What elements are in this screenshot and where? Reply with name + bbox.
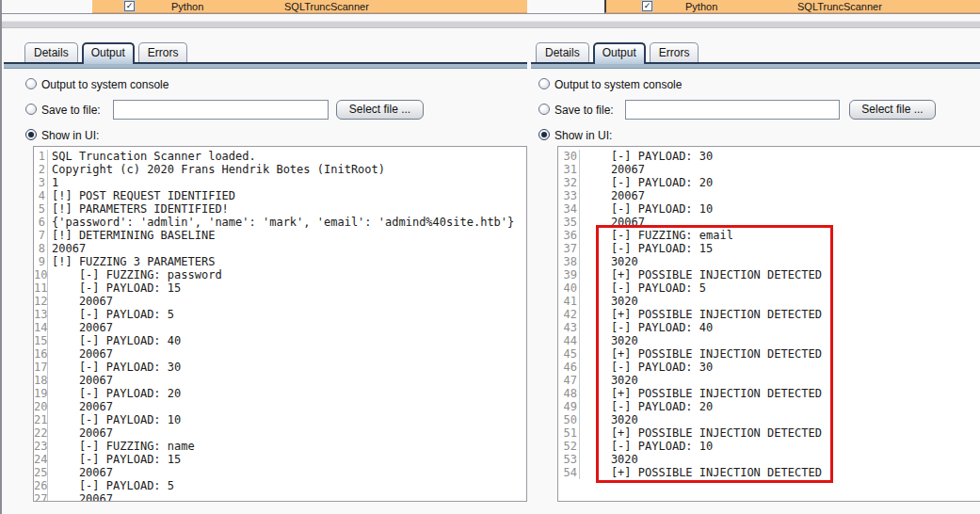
line-number: 51 xyxy=(558,426,580,440)
tab-details[interactable]: Details xyxy=(24,42,78,62)
console-line: 10 [-] FUZZING: password xyxy=(34,268,526,281)
radio-show-in-ui-label: Show in UI: xyxy=(41,129,99,142)
radio-show-in-ui[interactable] xyxy=(25,129,37,140)
line-number: 27 xyxy=(34,492,48,502)
console-line: 13 [-] PAYLOAD: 5 xyxy=(34,308,526,321)
line-number: 24 xyxy=(34,453,48,466)
line-number: 15 xyxy=(34,334,48,347)
line-number: 44 xyxy=(558,334,580,347)
console-line: 9[!] FUZZING 3 PARAMETERS xyxy=(34,255,526,268)
horizontal-splitter[interactable] xyxy=(2,21,980,28)
extension-name-cell: SQLTruncScanner xyxy=(284,1,369,12)
line-number: 36 xyxy=(558,229,580,242)
line-text: 20067 xyxy=(52,347,113,361)
console-line: 14 20067 xyxy=(34,321,526,334)
line-number: 46 xyxy=(558,361,580,374)
line-text: 20067 xyxy=(52,400,113,413)
console-line: 22 20067 xyxy=(34,426,526,440)
radio-save-to-file-label: Save to file: xyxy=(41,104,101,117)
console-line: 33 20067 xyxy=(558,189,980,202)
line-number: 34 xyxy=(558,202,580,216)
line-text: [-] PAYLOAD: 15 xyxy=(52,453,181,466)
line-number: 42 xyxy=(558,308,580,321)
output-console[interactable]: 30 [-] PAYLOAD: 3031 2006732 [-] PAYLOAD… xyxy=(557,146,980,502)
console-line: 6{'password': 'admlin', 'name': 'mark', … xyxy=(34,216,526,229)
line-number: 41 xyxy=(558,295,580,308)
line-text: 20067 xyxy=(52,242,86,255)
right-tab-bar: Details Output Errors xyxy=(536,42,699,64)
tab-details[interactable]: Details xyxy=(536,42,589,62)
extension-name-cell: SQLTruncScanner xyxy=(797,1,882,12)
tab-errors[interactable]: Errors xyxy=(650,42,699,62)
select-file-button[interactable]: Select file ... xyxy=(336,100,424,120)
extension-type-cell: Python xyxy=(685,1,717,12)
line-text: [-] PAYLOAD: 5 xyxy=(52,308,174,321)
line-text: 1 xyxy=(52,176,58,189)
table-bottom-border xyxy=(2,13,980,14)
save-file-path-input[interactable] xyxy=(625,100,840,120)
console-line: 1SQL Truncation Scanner loaded. xyxy=(34,150,526,163)
line-number: 3 xyxy=(34,176,48,189)
line-number: 52 xyxy=(558,440,580,453)
console-line: 18 20067 xyxy=(34,374,526,387)
line-text: 20067 xyxy=(584,189,645,202)
line-number: 5 xyxy=(34,202,48,216)
line-number: 8 xyxy=(34,242,48,255)
extension-row[interactable]: ✓ Python SQLTruncScanner xyxy=(92,0,527,13)
console-line: 5[!] PARAMETERS IDENTIFIED! xyxy=(34,202,526,216)
save-file-path-input[interactable] xyxy=(113,100,329,120)
line-number: 48 xyxy=(558,387,580,400)
line-number: 32 xyxy=(558,176,580,189)
console-line: 4[!] POST REQUEST IDENTIFIED xyxy=(34,189,526,202)
console-line: 34 [-] PAYLOAD: 10 xyxy=(558,202,980,216)
line-number: 1 xyxy=(34,150,48,163)
output-console[interactable]: 1SQL Truncation Scanner loaded.2Copyrigh… xyxy=(33,146,527,502)
console-line: 27 20067 xyxy=(34,492,526,502)
console-line: 25 20067 xyxy=(34,466,526,479)
left-tab-bar: Details Output Errors xyxy=(24,42,187,64)
line-number: 49 xyxy=(558,400,580,413)
line-number: 25 xyxy=(34,466,48,479)
radio-output-to-console[interactable] xyxy=(538,78,550,89)
line-text: [-] FUZZING: password xyxy=(52,268,222,281)
line-number: 35 xyxy=(558,216,580,229)
line-number: 23 xyxy=(34,440,48,453)
extension-enabled-checkbox[interactable]: ✓ xyxy=(124,1,135,11)
line-number: 37 xyxy=(558,242,580,255)
line-number: 13 xyxy=(34,308,48,321)
radio-save-to-file[interactable] xyxy=(25,104,37,115)
line-number: 26 xyxy=(34,479,48,492)
tab-errors[interactable]: Errors xyxy=(138,42,188,62)
line-number: 12 xyxy=(34,295,48,308)
line-text: [-] PAYLOAD: 40 xyxy=(52,334,181,347)
line-number: 7 xyxy=(34,229,48,242)
extension-enabled-checkbox[interactable]: ✓ xyxy=(642,1,652,11)
line-text: [!] PARAMETERS IDENTIFIED! xyxy=(52,202,229,216)
line-number: 9 xyxy=(34,255,48,268)
line-number: 14 xyxy=(34,321,48,334)
tab-output[interactable]: Output xyxy=(593,42,646,64)
line-number: 20 xyxy=(34,400,48,413)
extension-row[interactable]: ✓ Python SQLTruncScanner xyxy=(604,0,980,13)
radio-save-to-file[interactable] xyxy=(538,104,550,115)
line-number: 18 xyxy=(34,374,48,387)
line-number: 50 xyxy=(558,413,580,426)
line-number: 31 xyxy=(558,163,580,176)
line-text: [-] PAYLOAD: 20 xyxy=(52,387,181,400)
select-file-button[interactable]: Select file ... xyxy=(849,100,936,120)
line-number: 22 xyxy=(34,426,48,440)
line-number: 45 xyxy=(558,347,580,361)
radio-show-in-ui[interactable] xyxy=(538,129,550,140)
line-number: 4 xyxy=(34,189,48,202)
console-line: 31 xyxy=(34,176,526,189)
tab-output[interactable]: Output xyxy=(82,42,135,64)
console-line: 820067 xyxy=(34,242,526,255)
line-text: [!] FUZZING 3 PARAMETERS xyxy=(52,255,215,268)
line-number: 6 xyxy=(34,216,48,229)
radio-output-to-console[interactable] xyxy=(25,78,37,89)
line-number: 39 xyxy=(558,268,580,281)
radio-show-in-ui-label: Show in UI: xyxy=(554,129,612,142)
line-text: 20067 xyxy=(52,321,113,334)
line-text: [-] FUZZING: name xyxy=(52,440,195,453)
line-text: {'password': 'admlin', 'name': 'mark', '… xyxy=(52,216,514,229)
